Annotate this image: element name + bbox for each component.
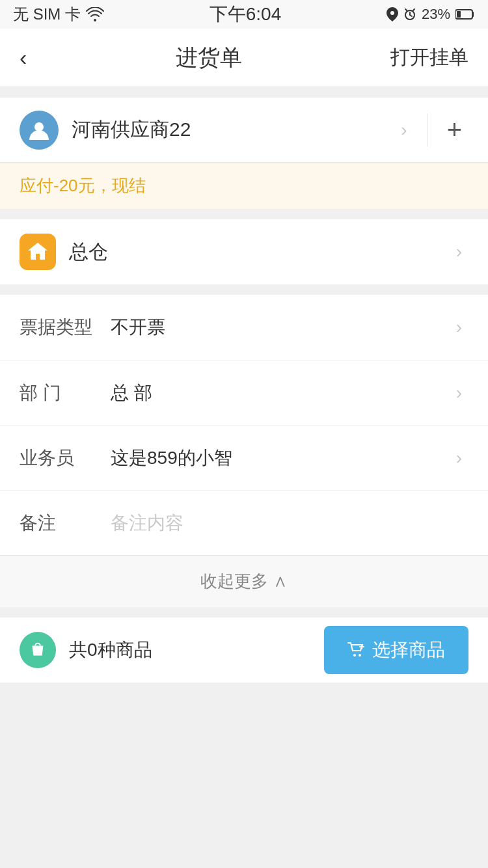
svg-point-3 [34, 122, 44, 131]
status-right: 23% [386, 6, 475, 23]
form-section: 票据类型 不开票 › 部 门 总 部 › 业务员 这是859的小智 › 备注 备 [0, 295, 488, 607]
invoice-type-value: 不开票 [98, 315, 456, 340]
open-pending-button[interactable]: 打开挂单 [390, 44, 468, 71]
location-icon [386, 7, 398, 21]
person-icon [27, 118, 51, 142]
battery-percent: 23% [422, 6, 450, 23]
supplier-section: 河南供应商22 › + 应付-20元，现结 [0, 98, 488, 209]
alarm-icon [403, 7, 416, 21]
warehouse-name: 总仓 [69, 239, 456, 265]
remark-label: 备注 [20, 511, 98, 536]
collapse-button[interactable]: 收起更多 ∧ [0, 555, 488, 607]
warehouse-chevron-icon: › [456, 241, 462, 262]
back-button[interactable]: ‹ [20, 45, 27, 70]
status-bar: 无 SIM 卡 下午6:04 23% [0, 0, 488, 29]
product-count-text: 共0种商品 [69, 638, 324, 662]
supplier-name: 河南供应商22 [72, 116, 401, 143]
notice-text: 应付-20元，现结 [20, 176, 146, 195]
salesperson-label: 业务员 [20, 446, 98, 470]
warehouse-row[interactable]: 总仓 › [0, 219, 488, 284]
section-gap [0, 87, 488, 98]
svg-rect-2 [457, 11, 461, 18]
house-icon [27, 241, 49, 263]
invoice-type-label: 票据类型 [20, 315, 98, 340]
department-label: 部 门 [20, 381, 98, 405]
select-product-button[interactable]: 选择商品 [324, 626, 468, 674]
status-time: 下午6:04 [210, 2, 282, 27]
salesperson-row[interactable]: 业务员 这是859的小智 › [0, 425, 488, 490]
background-filler [0, 683, 488, 868]
nav-bar: ‹ 进货单 打开挂单 [0, 29, 488, 87]
collapse-label: 收起更多 ∧ [200, 570, 287, 593]
svg-point-4 [353, 654, 356, 657]
svg-point-5 [359, 654, 361, 657]
content-area: 河南供应商22 › + 应付-20元，现结 总仓 › 票据类型 [0, 87, 488, 868]
supplier-divider [427, 114, 427, 146]
notice-banner: 应付-20元，现结 [0, 163, 488, 209]
wifi-icon [86, 7, 104, 21]
warehouse-icon-bg [20, 234, 56, 270]
supplier-avatar [20, 111, 59, 150]
department-chevron-icon: › [456, 383, 462, 403]
product-icon-bg [20, 632, 56, 668]
supplier-chevron-icon: › [401, 120, 407, 141]
cart-plus-icon [347, 642, 366, 658]
department-value: 总 部 [98, 381, 456, 405]
add-button[interactable]: + [441, 109, 468, 151]
nav-title: 进货单 [176, 43, 242, 73]
warehouse-section: 总仓 › [0, 219, 488, 284]
salesperson-value: 这是859的小智 [98, 446, 456, 470]
salesperson-chevron-icon: › [456, 448, 462, 468]
shopping-bag-icon [27, 640, 48, 660]
remark-row[interactable]: 备注 备注内容 [0, 490, 488, 555]
invoice-type-chevron-icon: › [456, 317, 462, 338]
select-product-label: 选择商品 [372, 638, 445, 662]
invoice-type-row[interactable]: 票据类型 不开票 › [0, 295, 488, 360]
remark-placeholder: 备注内容 [98, 511, 468, 536]
battery-icon [455, 9, 475, 20]
carrier-text: 无 SIM 卡 [13, 4, 81, 25]
supplier-row[interactable]: 河南供应商22 › + [0, 98, 488, 163]
status-carrier: 无 SIM 卡 [13, 4, 104, 25]
department-row[interactable]: 部 门 总 部 › [0, 360, 488, 425]
product-bottom-row: 共0种商品 选择商品 [0, 617, 488, 683]
